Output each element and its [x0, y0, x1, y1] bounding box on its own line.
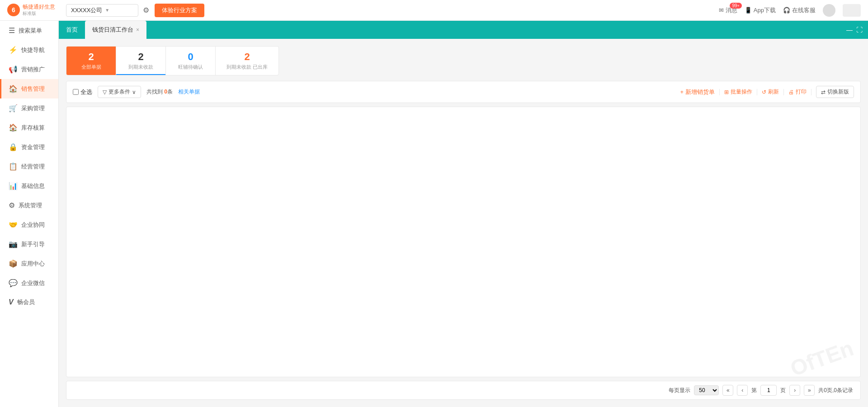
logo-icon: 6	[7, 4, 20, 16]
user-avatar[interactable]	[823, 4, 835, 17]
switch-label: 切换新版	[827, 88, 849, 96]
new-order-button[interactable]: + 新增销货单	[680, 88, 715, 96]
print-label: 打印	[796, 88, 807, 96]
stat-num-overdue: 2	[127, 51, 155, 63]
sidebar-item-newbie[interactable]: 📷 新手引导	[0, 234, 58, 254]
total-records: 共0页,0条记录	[818, 387, 853, 394]
member-icon: V	[9, 298, 14, 306]
sidebar-label-newbie: 新手引导	[21, 240, 45, 248]
online-service-btn[interactable]: 🎧 在线客服	[783, 6, 816, 14]
toolbar-divider-4	[811, 89, 811, 95]
select-all-checkbox[interactable]	[73, 89, 79, 95]
sidebar-item-quick-nav[interactable]: ⚡ 快捷导航	[0, 40, 58, 60]
page-label-pre: 第	[751, 387, 757, 394]
stat-tab-all[interactable]: 2 全部单据	[66, 47, 116, 75]
filter-button[interactable]: ▽ 更多条件 ∨	[98, 86, 141, 98]
new-order-label: 新增销货单	[685, 88, 715, 96]
sidebar-item-purchase[interactable]: 🛒 采购管理	[0, 98, 58, 118]
sidebar-label-operations: 经营管理	[21, 163, 45, 171]
top-bar: 6 畅捷通好生意 标准版 XXXXX公司 ▼ ⚙ 体验行业方案 ✉ 消息 99+…	[0, 0, 868, 21]
next-page-btn[interactable]: ›	[789, 385, 800, 396]
sidebar-item-app-center[interactable]: 📦 应用中心	[0, 254, 58, 273]
stat-num-all: 2	[77, 51, 105, 63]
sidebar-item-basics[interactable]: 📊 基础信息	[0, 176, 58, 196]
sidebar-item-system[interactable]: ⚙ 系统管理	[0, 196, 58, 215]
quick-nav-icon: ⚡	[9, 46, 18, 54]
stat-tab-overdue-out[interactable]: 2 到期未收款 已出库	[216, 47, 278, 75]
app-center-icon: 📦	[9, 259, 18, 268]
sidebar-label-search-menu: 搜索菜单	[19, 27, 42, 35]
filter-arrow-icon: ∨	[132, 89, 136, 95]
sidebar-label-inventory: 库存核算	[21, 124, 45, 132]
company-dropdown-arrow: ▼	[105, 8, 109, 13]
switch-version-btn[interactable]: ⇄ 切换新版	[816, 86, 854, 98]
last-page-btn[interactable]: »	[804, 385, 815, 396]
sidebar-label-app-center: 应用中心	[21, 260, 45, 268]
tab-bar: 首页 钱货日清工作台 × — ⛶	[59, 21, 868, 39]
per-page-select[interactable]: 50 100 200	[694, 385, 719, 395]
refresh-btn[interactable]: ↺ 刷新	[762, 88, 779, 96]
select-all-area[interactable]: 全选	[73, 88, 92, 96]
stat-tab-overdue[interactable]: 2 到期未收款	[116, 47, 166, 75]
sidebar-item-capital[interactable]: 🔒 资金管理	[0, 137, 58, 157]
app-download-btn[interactable]: 📱 App下载	[745, 6, 776, 14]
toolbar: 全选 ▽ 更多条件 ∨ 共找到 0条 相关单据 + 新增销货单	[66, 81, 861, 103]
stat-label-overdue-out: 到期未收款 已出库	[226, 64, 268, 70]
trial-button[interactable]: 体验行业方案	[155, 4, 204, 17]
message-icon: ✉	[719, 7, 724, 14]
related-orders-link[interactable]: 相关单据	[178, 88, 200, 96]
sidebar-label-enterprise: 企业协同	[21, 221, 45, 229]
purchase-icon: 🛒	[9, 104, 18, 112]
found-count: 0	[164, 89, 167, 95]
sidebar-item-marketing[interactable]: 📢 营销推广	[0, 60, 58, 79]
stat-label-all: 全部单据	[77, 64, 105, 70]
toolbar-divider-2	[757, 89, 757, 95]
batch-label: 批量操作	[731, 88, 752, 96]
user-name-area[interactable]	[843, 4, 861, 17]
print-btn[interactable]: 🖨 打印	[788, 88, 807, 96]
basics-icon: 📊	[9, 182, 18, 190]
toolbar-divider-1	[719, 89, 720, 95]
filter-label: 更多条件	[108, 88, 130, 96]
message-btn[interactable]: ✉ 消息 99+	[719, 6, 737, 14]
select-all-label: 全选	[80, 88, 92, 96]
stat-label-overdue: 到期未收款	[127, 64, 155, 70]
operations-icon: 📋	[9, 162, 18, 171]
stat-tab-wangwang[interactable]: 0 旺辅待确认	[166, 47, 216, 75]
refresh-icon: ↺	[762, 89, 766, 95]
settings-icon[interactable]: ⚙	[143, 6, 149, 14]
logo-sub: 标准版	[23, 10, 55, 17]
minimize-btn[interactable]: —	[846, 26, 853, 33]
online-service-label: 在线客服	[792, 6, 816, 14]
batch-btn[interactable]: ⊞ 批量操作	[724, 88, 752, 96]
sidebar-item-member[interactable]: V 畅会员	[0, 293, 58, 312]
sidebar-item-search-menu[interactable]: ☰ 搜索菜单	[0, 21, 58, 40]
sidebar-label-member: 畅会员	[17, 298, 35, 306]
stat-num-wangwang: 0	[177, 51, 204, 63]
newbie-icon: 📷	[9, 240, 18, 248]
logo-text: 畅捷通好生意	[23, 4, 55, 10]
refresh-label: 刷新	[768, 88, 779, 96]
tab-workbench[interactable]: 钱货日清工作台 ×	[85, 21, 146, 39]
message-badge: 99+	[730, 3, 741, 9]
tab-home[interactable]: 首页	[59, 21, 85, 39]
sidebar: ☰ 搜索菜单 ⚡ 快捷导航 📢 营销推广 🏠 销售管理 🛒 采购管理 🏠 库存核…	[0, 21, 59, 407]
sidebar-item-inventory[interactable]: 🏠 库存核算	[0, 118, 58, 137]
sidebar-item-wechat[interactable]: 💬 企业微信	[0, 273, 58, 293]
maximize-btn[interactable]: ⛶	[856, 26, 863, 33]
system-icon: ⚙	[9, 201, 15, 210]
sidebar-item-operations[interactable]: 📋 经营管理	[0, 157, 58, 176]
toolbar-divider-3	[783, 89, 784, 95]
wechat-icon: 💬	[9, 279, 18, 287]
filter-icon: ▽	[103, 89, 107, 95]
sidebar-item-sales[interactable]: 🏠 销售管理	[0, 79, 58, 98]
tab-home-label: 首页	[66, 26, 78, 34]
company-selector[interactable]: XXXXX公司 ▼	[66, 4, 138, 17]
prev-page-btn[interactable]: ‹	[737, 385, 748, 396]
switch-icon: ⇄	[821, 89, 826, 95]
sidebar-item-enterprise[interactable]: 🤝 企业协同	[0, 215, 58, 234]
tab-close-icon[interactable]: ×	[136, 27, 139, 33]
first-page-btn[interactable]: «	[722, 385, 733, 396]
batch-icon: ⊞	[724, 89, 729, 95]
current-page-input[interactable]	[760, 385, 777, 396]
